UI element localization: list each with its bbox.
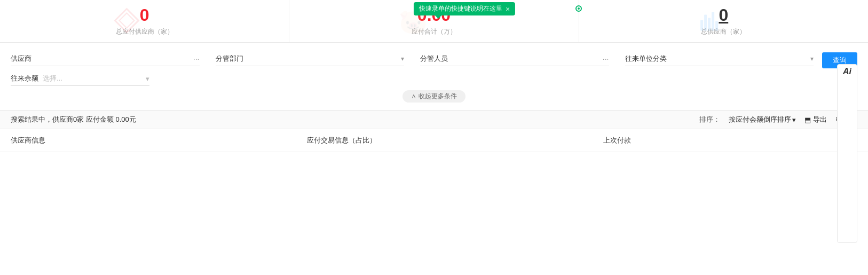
stat-payable-suppliers: 0 总应付供应商（家） [0,0,289,42]
balance-arrow: ▾ [146,75,149,83]
diamond-icon [114,7,139,33]
payable-suppliers-number: 0 [140,6,149,25]
search-area: 供应商 ··· 分管部门 ▾ 分管人员 ··· 往来单位分类 ▾ 查询 往来余额 [0,43,868,111]
export-label: 导出 [813,115,827,124]
person-dots[interactable]: ··· [603,54,609,63]
tooltip-close-btn[interactable]: × [506,5,510,13]
stat-total-suppliers: 0 总供应商（家） [579,0,868,42]
dept-field: 分管部门 ▾ [216,54,405,66]
ai-badge[interactable]: Ai [837,64,857,243]
export-button[interactable]: ⬒ 导出 [804,115,827,124]
export-icon: ⬒ [804,116,811,124]
supplier-dots[interactable]: ··· [193,54,200,63]
unit-category-arrow[interactable]: ▾ [810,55,814,62]
sort-value: 按应付会额倒序排序 [729,115,791,124]
table-body [0,152,868,275]
sort-label: 排序： [699,115,720,124]
unit-category-field: 往来单位分类 ▾ [625,54,814,66]
unit-category-label: 往来单位分类 [625,54,667,64]
dept-arrow[interactable]: ▾ [401,55,404,62]
bank-icon [700,12,718,30]
balance-label: 往来余额 [11,74,38,83]
balance-select[interactable]: 选择... ▾ [43,74,149,83]
unit-category-input[interactable] [671,54,809,62]
dept-label: 分管部门 [216,54,243,64]
person-field: 分管人员 ··· [420,54,609,66]
col-transaction-info: 应付交易信息（占比） [307,136,603,145]
results-actions: 排序： 按应付会额倒序排序 ▾ ⬒ 导出 ↻ 刷新 [699,115,857,124]
col-last-payment: 上次付款 [603,136,857,145]
collapse-button[interactable]: ∧ 收起更多条件 [403,90,465,103]
supplier-input[interactable] [36,54,191,62]
balance-field: 往来余额 选择... ▾ [11,74,149,86]
sort-arrow: ▾ [792,116,796,124]
search-row-1: 供应商 ··· 分管部门 ▾ 分管人员 ··· 往来单位分类 ▾ 查询 [11,51,857,68]
person-input[interactable] [452,54,601,62]
svg-marker-1 [119,13,134,28]
tooltip-text: 快速录单的快捷键说明在这里 [419,4,502,13]
dept-input[interactable] [248,54,399,62]
supplier-label: 供应商 [11,54,31,64]
person-label: 分管人员 [420,54,448,64]
top-stats-bar: 0 总应付供应商（家） 快速录单的快捷键说明在这里 × 🐷 0.00 应付合计（… [0,0,868,43]
supplier-field: 供应商 ··· [11,54,200,66]
collapse-section: ∧ 收起更多条件 [11,86,857,105]
search-row-2: 往来余额 选择... ▾ [11,74,857,86]
tooltip-bubble: 快速录单的快捷键说明在这里 × [414,2,515,15]
balance-placeholder: 选择... [43,74,62,83]
total-suppliers-number: 0 [719,6,728,25]
col-supplier-info: 供应商信息 [11,136,307,145]
results-info: 搜索结果中，供应商0家 应付金额 0.00元 [11,115,136,124]
sort-select[interactable]: 按应付会额倒序排序 ▾ [729,115,796,124]
stat-payable-total: 快速录单的快捷键说明在这里 × 🐷 0.00 应付合计（万） [289,0,579,42]
table-header: 供应商信息 应付交易信息（占比） 上次付款 [0,129,868,152]
results-bar: 搜索结果中，供应商0家 应付金额 0.00元 排序： 按应付会额倒序排序 ▾ ⬒… [0,111,868,129]
